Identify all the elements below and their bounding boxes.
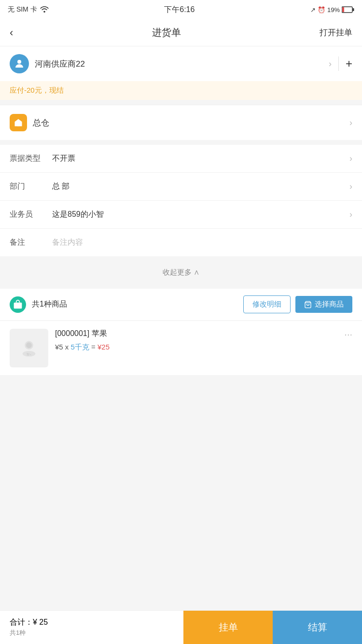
status-bar: 无 SIM 卡 下午6:16 ↗ ⏰ 19% (0, 0, 362, 19)
product-card: 智+ [0000001] 苹果 ¥5 x 5千克 = ¥25 ··· (0, 321, 362, 375)
page-title: 进货单 (152, 26, 181, 39)
remark-label: 备注 (10, 238, 48, 248)
status-right: ↗ ⏰ 19% (310, 6, 354, 14)
svg-rect-5 (14, 302, 22, 308)
select-product-label: 选择商品 (315, 300, 344, 309)
ticket-type-chevron-icon: › (349, 154, 352, 164)
salesperson-label: 业务员 (10, 210, 48, 220)
total-row: 合计：¥ 25 (10, 617, 174, 628)
carrier-text: 无 SIM 卡 (8, 5, 37, 14)
status-time: 下午6:16 (164, 5, 195, 15)
form-row-salesperson[interactable]: 业务员 这是859的小智 › (0, 201, 362, 229)
warehouse-chevron-icon: › (349, 118, 352, 128)
supplier-info-banner: 应付-20元，现结 (0, 81, 362, 100)
wifi-icon (40, 6, 49, 14)
product-name: [0000001] 苹果 (55, 329, 340, 339)
status-left: 无 SIM 卡 (8, 5, 49, 14)
total-amount: ¥ 25 (33, 618, 48, 626)
remark-value: 备注内容 (48, 238, 352, 248)
back-button[interactable]: ‹ (10, 27, 13, 39)
price-text: ¥5 x (55, 343, 71, 351)
edit-detail-button[interactable]: 修改明细 (243, 295, 291, 313)
warehouse-icon-wrap (10, 114, 27, 131)
ticket-type-label: 票据类型 (10, 154, 48, 164)
cart-icon (304, 301, 312, 308)
battery-text: 19% (327, 6, 340, 14)
svg-point-3 (17, 60, 21, 64)
department-value: 总 部 (48, 182, 349, 192)
settle-button[interactable]: 结算 (273, 611, 362, 644)
svg-text:智+: 智+ (27, 353, 31, 356)
svg-rect-4 (17, 124, 20, 126)
supplier-avatar (10, 54, 29, 73)
product-info: [0000001] 苹果 ¥5 x 5千克 = ¥25 (55, 329, 340, 352)
warehouse-section: 总仓 › (0, 105, 362, 140)
salesperson-chevron-icon: › (349, 210, 352, 220)
supplier-chevron-icon: › (329, 59, 332, 69)
collapse-button[interactable]: 收起更多 ∧ (0, 261, 362, 284)
product-header-icon (10, 296, 26, 313)
add-supplier-button[interactable]: + (346, 57, 352, 70)
total-section: 合计：¥ 25 共1种 (0, 617, 183, 637)
svg-rect-1 (353, 8, 354, 11)
salesperson-value: 这是859的小智 (48, 210, 349, 220)
total-label: 合计： (10, 618, 33, 626)
form-row-remark[interactable]: 备注 备注内容 (0, 229, 362, 256)
open-hang-button[interactable]: 打开挂单 (320, 27, 352, 38)
vertical-divider (338, 56, 339, 71)
product-thumbnail: 智+ (10, 329, 48, 367)
warehouse-row[interactable]: 总仓 › (0, 105, 362, 140)
svg-point-8 (26, 342, 32, 348)
bottom-spacer (0, 380, 362, 414)
warehouse-label: 总仓 (33, 117, 349, 128)
supplier-row[interactable]: 河南供应商22 › + (0, 46, 362, 81)
ticket-type-value: 不开票 (48, 154, 349, 164)
select-product-button[interactable]: 选择商品 (295, 296, 352, 313)
form-row-department[interactable]: 部门 总 部 › (0, 173, 362, 201)
nav-bar: ‹ 进货单 打开挂单 (0, 19, 362, 46)
product-price: ¥5 x 5千克 = ¥25 (55, 343, 340, 352)
product-more-button[interactable]: ··· (344, 329, 352, 340)
supplier-section: 河南供应商22 › + 应付-20元，现结 (0, 46, 362, 100)
eq-text: = (89, 343, 97, 351)
product-header: 共1种商品 修改明细 选择商品 (0, 289, 362, 320)
bottom-bar: 合计：¥ 25 共1种 挂单 结算 (0, 610, 362, 644)
qty-text: 5千克 (71, 343, 89, 351)
supplier-name: 河南供应商22 (35, 58, 329, 70)
product-count-label: 共1种商品 (32, 299, 243, 309)
battery-icon (342, 6, 354, 13)
alarm-icon: ⏰ (318, 6, 325, 14)
hang-button[interactable]: 挂单 (183, 611, 273, 644)
department-label: 部门 (10, 182, 48, 192)
location-icon: ↗ (310, 6, 316, 14)
total-text: ¥25 (97, 343, 110, 351)
form-section: 票据类型 不开票 › 部门 总 部 › 业务员 这是859的小智 › 备注 备注… (0, 145, 362, 256)
total-count: 共1种 (10, 629, 174, 637)
content-area: 河南供应商22 › + 应付-20元，现结 总仓 › 票据类型 不开票 › (0, 46, 362, 414)
department-chevron-icon: › (349, 182, 352, 192)
svg-rect-2 (342, 7, 344, 12)
form-row-ticket[interactable]: 票据类型 不开票 › (0, 145, 362, 173)
